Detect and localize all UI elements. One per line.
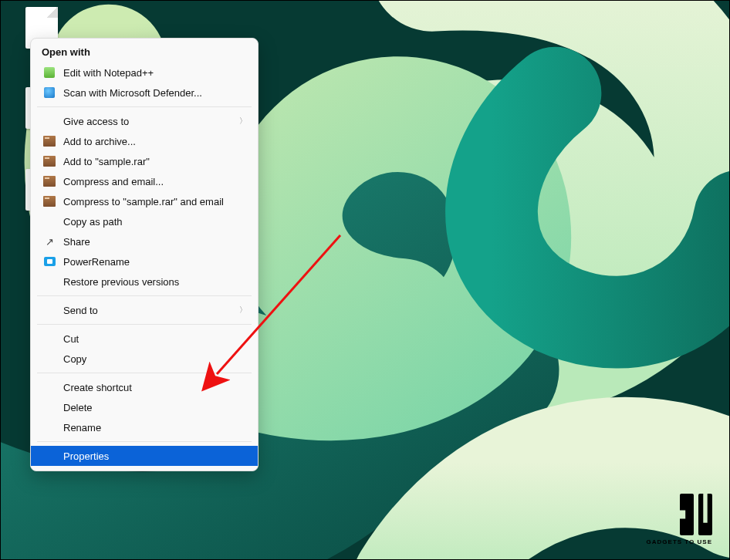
menu-item-add-to-sample-rar[interactable]: Add to "sample.rar"	[31, 151, 258, 171]
chevron-right-icon: 〉	[239, 305, 247, 315]
menu-header-open-with: Open with	[31, 43, 258, 62]
watermark-logo-u	[698, 494, 712, 535]
menu-item-share[interactable]: ↗ Share	[31, 231, 258, 251]
share-icon: ↗	[46, 236, 54, 248]
winrar-icon	[43, 176, 56, 187]
powerrename-icon	[44, 257, 56, 266]
menu-item-edit-notepadpp[interactable]: Edit with Notepad++	[31, 62, 258, 83]
menu-item-give-access-to[interactable]: Give access to 〉	[31, 111, 258, 131]
menu-item-rename[interactable]: Rename	[31, 417, 258, 437]
watermark-text: GADGETS TO USE	[627, 538, 712, 545]
menu-item-compress-email[interactable]: Compress and email...	[31, 171, 258, 191]
watermark: GADGETS TO USE	[627, 494, 712, 545]
menu-item-create-shortcut[interactable]: Create shortcut	[31, 377, 258, 397]
desktop[interactable]: sa Open with Edit with Notepad++ Scan wi…	[1, 1, 729, 559]
menu-item-send-to[interactable]: Send to 〉	[31, 300, 258, 320]
menu-separator	[37, 441, 252, 442]
chevron-right-icon: 〉	[239, 116, 247, 127]
menu-item-powerrename[interactable]: PowerRename	[31, 251, 258, 272]
menu-item-restore-previous[interactable]: Restore previous versions	[31, 272, 258, 292]
menu-item-properties[interactable]: Properties	[31, 446, 258, 466]
menu-item-delete[interactable]: Delete	[31, 397, 258, 417]
watermark-logo-g	[680, 494, 694, 535]
context-menu: Open with Edit with Notepad++ Scan with …	[30, 38, 259, 471]
winrar-icon	[43, 196, 56, 207]
menu-item-compress-sample-email[interactable]: Compress to "sample.rar" and email	[31, 191, 258, 211]
menu-separator	[37, 373, 252, 373]
menu-item-copy-as-path[interactable]: Copy as path	[31, 211, 258, 231]
menu-separator	[37, 324, 252, 325]
menu-item-cut[interactable]: Cut	[31, 329, 258, 349]
menu-separator	[37, 295, 252, 296]
winrar-icon	[43, 156, 56, 167]
menu-item-add-to-archive[interactable]: Add to archive...	[31, 131, 258, 151]
notepadpp-icon	[44, 67, 55, 78]
menu-item-copy[interactable]: Copy	[31, 349, 258, 369]
winrar-icon	[43, 136, 56, 147]
menu-item-scan-defender[interactable]: Scan with Microsoft Defender...	[31, 83, 258, 103]
menu-separator	[37, 106, 252, 107]
defender-icon	[44, 87, 55, 98]
